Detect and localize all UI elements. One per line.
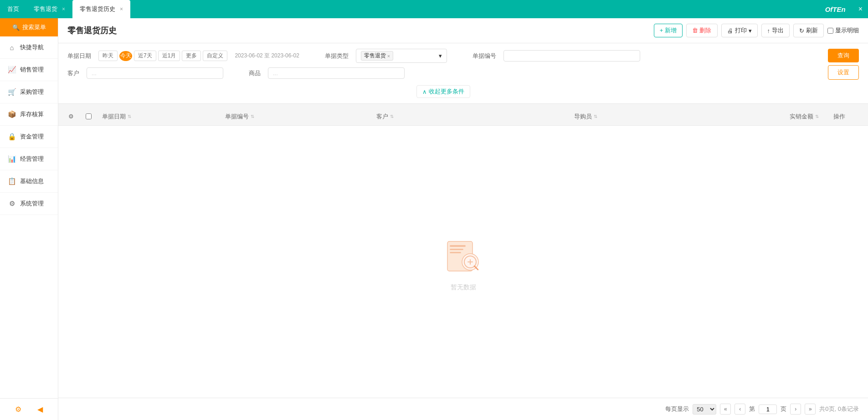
empty-state: 暂无数据 [58,126,868,398]
show-detail-input[interactable] [827,28,833,34]
print-button[interactable]: 🖨 打印 ▾ [721,24,758,37]
sidebar-nav: ⌂ 快捷导航 📈 销售管理 🛒 采购管理 📦 库存核算 🔒 资金管理 📊 [0,36,58,398]
type-filter-select[interactable]: 零售退货 × ▾ [356,49,447,63]
set-button[interactable]: 设置 [828,65,859,80]
page-of-label: 页 [781,405,786,413]
th-bill-no-label: 单据编号 [225,113,249,121]
type-select-dropdown-icon: ▾ [439,52,442,59]
main-layout: 🔍 搜索菜单 ⌂ 快捷导航 📈 销售管理 🛒 采购管理 📦 库存核算 🔒 [0,18,868,420]
tab-retail-return-close[interactable]: × [62,6,65,12]
sidebar-item-sales-mgmt[interactable]: 📈 销售管理 [0,59,58,81]
ops-icon: 📊 [7,154,16,164]
sidebar-item-basic-info[interactable]: 📋 基础信息 [0,170,58,193]
purchase-icon: 🛒 [7,87,16,97]
refresh-button[interactable]: ↻ 刷新 [793,24,824,37]
sidebar-item-finance-mgmt[interactable]: 🔒 资金管理 [0,126,58,148]
total-text: 共0页, 0条记录 [819,405,859,413]
sidebar-item-purchase-mgmt[interactable]: 🛒 采购管理 [0,81,58,103]
delete-button[interactable]: 🗑 删除 [686,24,718,37]
type-tag-chip: 零售退货 × [361,51,393,61]
customer-filter-label: 客户 [67,69,79,77]
sidebar: 🔍 搜索菜单 ⌂ 快捷导航 📈 销售管理 🛒 采购管理 📦 库存核算 🔒 [0,18,58,420]
sys-icon: ⚙ [7,199,16,208]
export-button[interactable]: ↑ 导出 [761,24,790,37]
query-button[interactable]: 查询 [828,49,859,62]
sidebar-search[interactable]: 🔍 搜索菜单 [0,18,58,36]
search-icon: 🔍 [12,24,20,31]
type-tag-close[interactable]: × [387,53,390,59]
export-label: 导出 [772,26,784,35]
print-dropdown-icon: ▾ [749,27,752,34]
print-label: 打印 [735,26,747,35]
sidebar-item-sys-mgmt[interactable]: ⚙ 系统管理 [0,193,58,215]
show-detail-checkbox[interactable]: 显示明细 [827,26,859,35]
sidebar-item-ops-mgmt[interactable]: 📊 经营管理 [0,148,58,170]
window-close-button[interactable]: × [853,5,868,13]
date-sort-icon: ⇅ [128,114,131,119]
page-title: 零售退货历史 [67,25,117,36]
tab-retail-return-history[interactable]: 零售退货历史 × [72,0,130,18]
last-page-button[interactable]: » [805,404,816,415]
top-bar: 首页 零售退货 × 零售退货历史 × OfTEn × [0,0,868,18]
bill-no-sort-icon: ⇅ [251,114,254,119]
new-button[interactable]: + 新增 [654,24,683,37]
page-label: 第 [749,405,755,413]
sidebar-item-inventory-label: 库存核算 [20,110,44,118]
th-customer[interactable]: 客户 ⇅ [371,109,569,124]
th-date[interactable]: 单据日期 ⇅ [97,109,220,124]
customer-input[interactable]: ... [87,67,223,79]
bill-no-input[interactable] [503,50,640,61]
table-header: ⚙ 单据日期 ⇅ 单据编号 ⇅ 客户 ⇅ 导购员 ⇅ [58,108,868,126]
customer-placeholder: ... [92,70,97,77]
query-set-group: 查询 设置 [819,49,859,80]
goods-input[interactable]: ... [268,67,405,79]
tab-retail-return-history-close[interactable]: × [120,6,123,12]
date-btn-7days[interactable]: 近7天 [134,51,156,61]
sidebar-item-purchase-mgmt-label: 采购管理 [20,88,44,96]
tab-home[interactable]: 首页 [0,0,26,18]
th-amount[interactable]: 实销金额 ⇅ [720,109,828,124]
type-filter-label: 单据类型 [325,52,349,60]
goods-filter-label: 商品 [249,69,261,77]
date-btn-today[interactable]: 今天 [119,51,132,61]
home-icon: ⌂ [7,43,16,52]
page-number-input[interactable] [759,405,777,414]
table-container: ⚙ 单据日期 ⇅ 单据编号 ⇅ 客户 ⇅ 导购员 ⇅ [58,108,868,398]
th-customer-label: 客户 [376,113,388,121]
customer-sort-icon: ⇅ [390,114,394,119]
sidebar-item-quick-nav-label: 快捷导航 [20,43,44,51]
guide-sort-icon: ⇅ [594,114,597,119]
date-btn-custom[interactable]: 自定义 [203,51,227,61]
amount-sort-icon: ⇅ [815,114,819,119]
sidebar-item-inventory[interactable]: 📦 库存核算 [0,103,58,126]
sidebar-settings-button[interactable]: ⚙ [15,405,21,414]
sidebar-bottom: ⚙ ◀ [0,398,58,420]
th-guide[interactable]: 导购员 ⇅ [569,109,720,124]
refresh-icon: ↻ [799,27,804,34]
th-bill-no[interactable]: 单据编号 ⇅ [220,109,371,124]
prev-page-button[interactable]: ‹ [734,404,745,415]
pagination-bar: 每页显示 50 100 200 « ‹ 第 页 › » 共0页, 0条记录 [58,398,868,420]
sidebar-item-basic-info-label: 基础信息 [20,177,44,185]
th-settings[interactable]: ⚙ [62,109,80,123]
th-checkbox[interactable] [80,110,97,123]
sidebar-item-quick-nav[interactable]: ⌂ 快捷导航 [0,36,58,59]
tab-retail-return-history-label: 零售退货历史 [80,5,115,13]
filter-row-1: 单据日期 昨天 今天 近7天 近1月 更多 自定义 2023-06-02 至 2… [67,49,819,63]
first-page-button[interactable]: « [720,404,731,415]
sidebar-item-finance-mgmt-label: 资金管理 [20,133,44,141]
date-btn-more[interactable]: 更多 [182,51,201,61]
sidebar-collapse-button[interactable]: ◀ [37,405,43,414]
tab-retail-return[interactable]: 零售退货 × [26,0,72,18]
date-btn-1month[interactable]: 近1月 [158,51,180,61]
empty-text: 暂无数据 [451,283,476,292]
export-icon: ↑ [767,27,770,34]
page-size-label: 每页显示 [665,405,689,413]
filter-area: 单据日期 昨天 今天 近7天 近1月 更多 自定义 2023-06-02 至 2… [58,43,868,104]
page-size-select[interactable]: 50 100 200 [693,404,716,415]
next-page-button[interactable]: › [790,404,801,415]
select-all-checkbox[interactable] [86,113,92,119]
date-btn-yesterday[interactable]: 昨天 [98,51,118,61]
collapse-filter-button[interactable]: ∧ 收起更多条件 [416,85,470,98]
finance-icon: 🔒 [7,132,16,141]
